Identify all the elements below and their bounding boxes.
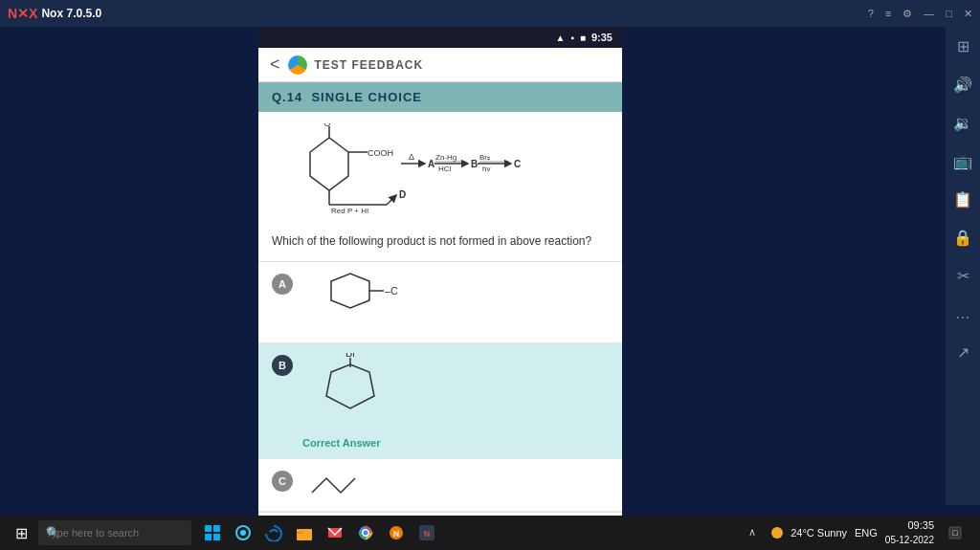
- svg-rect-30: [213, 525, 220, 532]
- correct-answer-label: Correct Answer: [302, 437, 609, 449]
- top-nav: < TEST FEEDBACK: [258, 48, 622, 82]
- svg-rect-35: [297, 529, 312, 540]
- sidebar-cut-icon[interactable]: ✂: [951, 264, 974, 287]
- sidebar-volume-down-icon[interactable]: 🔉: [951, 111, 974, 134]
- svg-text:□: □: [952, 528, 958, 538]
- signal-icon: ▪: [570, 33, 574, 43]
- svg-text:Br: Br: [345, 353, 356, 359]
- sidebar-more-icon[interactable]: …: [951, 302, 974, 325]
- option-b-content: Br Correct Answer: [302, 353, 609, 449]
- sidebar-clipboard-icon[interactable]: 📋: [951, 187, 974, 210]
- tray-arrow-icon[interactable]: ∧: [748, 526, 756, 539]
- help-btn[interactable]: ?: [868, 8, 874, 19]
- notification-icon[interactable]: □: [942, 519, 969, 546]
- svg-rect-29: [205, 525, 212, 532]
- system-tray: ∧: [741, 526, 764, 539]
- tray-eng-label: ENG: [855, 527, 878, 539]
- svg-rect-32: [213, 534, 220, 540]
- taskbar-mail-icon[interactable]: [322, 519, 348, 546]
- taskbar-nox-icon[interactable]: N: [413, 519, 440, 546]
- svg-text:C: C: [514, 159, 521, 169]
- weather-icon: [771, 527, 783, 539]
- svg-text:N: N: [424, 529, 431, 539]
- battery-icon: ■: [580, 33, 586, 43]
- question-body: O COOH Δ A Zn-Hg HCl B: [258, 112, 622, 262]
- maximize-btn[interactable]: □: [946, 8, 952, 19]
- svg-text:Br₂: Br₂: [479, 153, 490, 162]
- chemistry-diagram: O COOH Δ A Zn-Hg HCl B: [272, 123, 609, 223]
- svg-point-40: [364, 531, 368, 536]
- svg-text:B: B: [471, 159, 478, 169]
- question-number: Q.14 SINGLE CHOICE: [272, 90, 422, 104]
- option-c[interactable]: C: [258, 459, 622, 512]
- taskbar-cortana-icon[interactable]: [230, 519, 256, 546]
- taskbar: ⊞ 🔍: [0, 516, 980, 550]
- svg-line-20: [387, 195, 396, 205]
- svg-text:COOH: COOH: [368, 148, 393, 158]
- svg-text:HCl: HCl: [438, 165, 452, 173]
- svg-marker-23: [331, 274, 369, 308]
- minimize-btn[interactable]: —: [924, 8, 934, 19]
- sidebar-external-link-icon[interactable]: ↗: [951, 341, 974, 363]
- svg-text:N: N: [393, 529, 400, 539]
- status-bar: ▲ ▪ ■ 9:35: [258, 27, 622, 48]
- taskbar-date: 05-12-2022: [885, 534, 934, 547]
- question-text: Which of the following product is not fo…: [272, 232, 609, 250]
- option-a[interactable]: A –CH₃: [258, 262, 622, 343]
- title-bar-controls: ? ≡ ⚙ — □ ✕: [868, 8, 972, 20]
- app-content: < TEST FEEDBACK Q.14 SINGLE CHOICE O: [258, 48, 622, 524]
- sidebar-lock-icon[interactable]: 🔒: [951, 226, 974, 249]
- taskbar-chrome-icon[interactable]: [352, 519, 379, 546]
- nav-title: TEST FEEDBACK: [315, 58, 424, 72]
- app-title: Nox 7.0.5.0: [41, 7, 101, 20]
- taskbar-edge-icon[interactable]: [260, 519, 287, 546]
- sidebar-volume-up-icon[interactable]: 🔊: [951, 73, 974, 96]
- svg-rect-36: [297, 532, 303, 534]
- taskbar-orange-icon[interactable]: N: [383, 519, 410, 546]
- taskbar-clock: 09:35 05-12-2022: [885, 518, 934, 546]
- svg-text:D: D: [399, 189, 406, 200]
- svg-text:Zn-Hg: Zn-Hg: [435, 153, 457, 162]
- right-sidebar: ⊞ 🔊 🔉 📺 📋 🔒 ✂ … ↗: [946, 27, 980, 505]
- taskbar-search-input[interactable]: [38, 520, 191, 545]
- option-a-label: A: [272, 274, 293, 295]
- option-c-content: [302, 469, 609, 501]
- nox-icon: N✕X: [8, 6, 37, 21]
- option-a-content: –CH₃: [302, 272, 609, 333]
- svg-point-34: [240, 530, 246, 536]
- sidebar-screenshot-icon[interactable]: ⊞: [951, 34, 974, 57]
- svg-text:Red P + HI: Red P + HI: [331, 207, 368, 215]
- option-c-label: C: [272, 471, 293, 492]
- svg-marker-28: [326, 364, 374, 408]
- close-btn[interactable]: ✕: [964, 8, 972, 20]
- svg-text:O: O: [323, 123, 330, 128]
- svg-marker-0: [310, 138, 348, 190]
- option-b-label: B: [272, 355, 293, 376]
- svg-text:hv: hv: [482, 165, 490, 173]
- taskbar-time: 09:35: [885, 518, 934, 533]
- taskbar-right: ∧ 24°C Sunny ENG 09:35 05-12-2022 □: [741, 518, 976, 546]
- taskbar-explorer-icon[interactable]: [291, 519, 318, 546]
- svg-text:A: A: [428, 159, 434, 169]
- option-b[interactable]: B Br Correct Answer: [258, 343, 622, 459]
- svg-rect-31: [205, 534, 212, 540]
- app-logo: N✕X Nox 7.0.5.0: [8, 6, 101, 21]
- taskbar-windows-icon[interactable]: [199, 519, 226, 546]
- title-bar: N✕X Nox 7.0.5.0 ? ≡ ⚙ — □ ✕: [0, 0, 980, 27]
- sidebar-display-icon[interactable]: 📺: [951, 149, 974, 172]
- svg-text:Δ: Δ: [409, 152, 414, 162]
- taskbar-app-icons: N N: [199, 519, 440, 546]
- wifi-icon: ▲: [555, 33, 565, 43]
- settings-btn[interactable]: ⚙: [902, 8, 912, 20]
- question-header: Q.14 SINGLE CHOICE: [258, 82, 622, 112]
- start-button[interactable]: ⊞: [4, 516, 38, 550]
- weather-text: 24°C Sunny: [791, 527, 847, 539]
- svg-text:–CH₃: –CH₃: [385, 285, 398, 297]
- phone-screen: ▲ ▪ ■ 9:35 < TEST FEEDBACK Q.14 SINGLE C…: [258, 27, 622, 524]
- status-time: 9:35: [591, 32, 612, 43]
- back-button[interactable]: <: [270, 55, 280, 75]
- app-nav-logo: [288, 55, 307, 75]
- menu-btn[interactable]: ≡: [885, 8, 891, 19]
